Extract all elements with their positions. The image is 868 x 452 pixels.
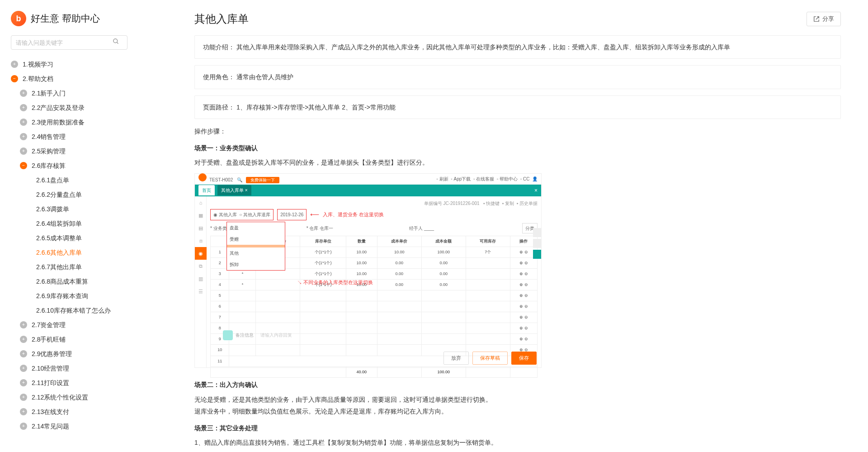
shot-tabbar: 首页 其他入库单 × × [195,185,541,196]
scene3-line1: 1、赠品入库的商品直接转为销售。通过工具栏【复制/复制为销货单】功能，将单据信息… [194,437,841,449]
sidebar-item-label: 2.6.5成本调整单 [36,231,82,245]
brand-logo-icon: b [11,11,26,26]
sidebar-item[interactable]: +2.3使用前数据准备 [11,115,131,129]
shot-note: 备注信息 请输入内容回复 [223,330,292,340]
shot-billno: JC-20191226-001 [443,201,480,206]
sidebar-item[interactable]: 2.6.7其他出库单 [11,260,131,274]
sidebar-item[interactable]: 2.6.4组装拆卸单 [11,216,131,231]
sidebar-item[interactable]: 2.6.3调拨单 [11,202,131,216]
shot-handler-label: 经手人 [409,226,423,231]
sidebar-item[interactable]: +2.7资金管理 [11,318,131,332]
shot-footer: 放弃 保存草稿 保存 [443,352,537,365]
sidebar-item-label: 2.12系统个性化设置 [32,390,88,404]
sidebar-item-label: 2.8手机旺铺 [32,332,66,347]
shot-btn-save: 保存 [511,352,537,365]
sidebar-item-label: 2.7资金管理 [32,318,66,332]
shot-free-btn: 免费体验一下 [246,177,279,183]
role-label: 使用角色： [203,73,235,81]
scene1-desc: 对于受赠、盘盈或是拆装入库等不同的业务，是通过单据头【业务类型】进行区分。 [194,157,841,169]
search-wrap [11,35,131,50]
sidebar-item-label: 2.6.7其他出库单 [36,260,82,274]
sidebar-item[interactable]: +2.11打印设置 [11,376,131,390]
search-button[interactable] [113,38,119,46]
shot-type-dropdown: 盘盈受赠其他拆卸 [226,222,285,271]
sidebar-item[interactable]: +2.12系统个性化设置 [11,390,131,404]
sidebar-item[interactable]: −2.6库存核算 [11,158,131,173]
search-input[interactable] [11,35,127,50]
page-title-row: 其他入库单 分享 [194,12,841,26]
sidebar-item[interactable]: +2.8手机旺铺 [11,332,131,347]
sidebar-item-label: 2.4销售管理 [32,129,66,144]
plus-icon: + [20,104,27,111]
sidebar-item-label: 2.6.6其他入库单 [36,245,82,260]
sidebar-item[interactable]: 2.6.2分量盘点单 [11,187,131,202]
role-text: 通常由仓管人员维护 [236,73,293,81]
sidebar-item-label: 2.6.3调拨单 [36,202,69,216]
sidebar-item-label: 2.9优惠券管理 [32,347,72,361]
brand-title: 好生意 帮助中心 [31,12,100,25]
shot-date: 2019-12-26 [277,209,307,220]
shot-btn-cancel: 放弃 [443,352,469,365]
search-icon [113,38,119,45]
scene3-title: 场景三：其它业务处理 [194,422,841,434]
scene2-line2: 退库业务中，明细数量均以负值红色展示。无论是入库还是退库，库存账均记在入库方向。 [194,405,841,418]
sidebar-item[interactable]: +2.13在线支付 [11,404,131,419]
sidebar-item[interactable]: 2.6.9库存账本查询 [11,289,131,303]
path-text: 1、库存核算->库存管理->其他入库单 2、首页->常用功能 [236,104,396,111]
sidebar-item[interactable]: +1.视频学习 [11,57,131,71]
sidebar: b 好生意 帮助中心 +1.视频学习−2.帮助文档+2.1新手入门+2.2产品安… [0,0,140,452]
brand: b 好生意 帮助中心 [11,11,131,26]
plus-icon: + [20,336,27,343]
share-button[interactable]: 分享 [807,12,841,26]
sidebar-item-label: 2.6.10库存账本错了怎么办 [36,303,111,318]
sidebar-item[interactable]: +2.2产品安装及登录 [11,100,131,115]
share-label: 分享 [822,15,834,23]
sidebar-item[interactable]: +2.9优惠券管理 [11,347,131,361]
shot-wh-value: 仓库一 [320,226,333,231]
sidebar-item-label: 2.3使用前数据准备 [32,115,85,129]
plus-icon: + [20,365,27,372]
sidebar-item[interactable]: 2.6.5成本调整单 [11,231,131,245]
intro-label: 功能介绍： [203,43,235,51]
plus-icon: + [20,379,27,386]
sidebar-item-label: 2.6.1盘点单 [36,173,69,187]
sidebar-item[interactable]: 2.6.8商品成本重算 [11,274,131,289]
embedded-screenshot: TEST-H002 🔍 免费体验一下 ◦ 刷新 ◦ App下载 ◦ 在线客服 ◦… [194,173,542,368]
sidebar-item-label: 1.视频学习 [23,57,53,71]
sidebar-item[interactable]: +2.14常见问题 [11,419,131,433]
sidebar-item[interactable]: −2.帮助文档 [11,71,131,86]
sidebar-item[interactable]: +2.4销售管理 [11,129,131,144]
plus-icon: + [20,394,27,401]
op-label: 操作步骤： [194,125,841,138]
plus-icon: + [20,90,27,97]
intro-card: 功能介绍：其他入库单用来处理除采购入库、产成品入库之外的其他入库业务，因此其他入… [194,35,841,59]
main: 其他入库单 分享 功能介绍：其他入库单用来处理除采购入库、产成品入库之外的其他入… [140,0,868,452]
sidebar-item[interactable]: +2.10经营管理 [11,361,131,376]
plus-icon: + [20,408,27,415]
sidebar-item[interactable]: +2.1新手入门 [11,86,131,100]
sidebar-item[interactable]: +2.5采购管理 [11,144,131,158]
scene2-line1: 无论是受赠，还是其他类型的业务，由于入库商品质量等原因，需要退回，这时可通过单据… [194,394,841,406]
sidebar-item-label: 2.5采购管理 [32,144,66,158]
minus-icon: − [11,75,18,82]
plus-icon: + [20,119,27,126]
plus-icon: + [20,133,27,140]
plus-icon: + [11,61,18,68]
sidebar-item[interactable]: 2.6.1盘点单 [11,173,131,187]
steps-section: 操作步骤： 场景一：业务类型确认 对于受赠、盘盈或是拆装入库等不同的业务，是通过… [194,125,841,449]
plus-icon: + [20,147,27,155]
sidebar-item-label: 2.10经营管理 [32,361,69,376]
sidebar-item-label: 2.11打印设置 [32,376,69,390]
sidebar-item[interactable]: 2.6.10库存账本错了怎么办 [11,303,131,318]
sidebar-item[interactable]: 2.6.6其他入库单 [11,245,131,260]
shot-account: TEST-H002 [209,177,233,182]
sidebar-item-label: 2.6.2分量盘点单 [36,187,82,202]
sidebar-item-label: 2.2产品安装及登录 [32,100,85,115]
shot-leftbar: ⌂▦▤⧈◉⧉▥☰ [195,196,207,367]
plus-icon: + [20,423,27,430]
plus-icon: + [20,350,27,357]
sidebar-item-label: 2.6.9库存账本查询 [36,289,88,303]
page-title: 其他入库单 [194,12,249,26]
sidebar-item-label: 2.6.8商品成本重算 [36,274,88,289]
shot-btn-draft: 保存草稿 [472,352,508,365]
